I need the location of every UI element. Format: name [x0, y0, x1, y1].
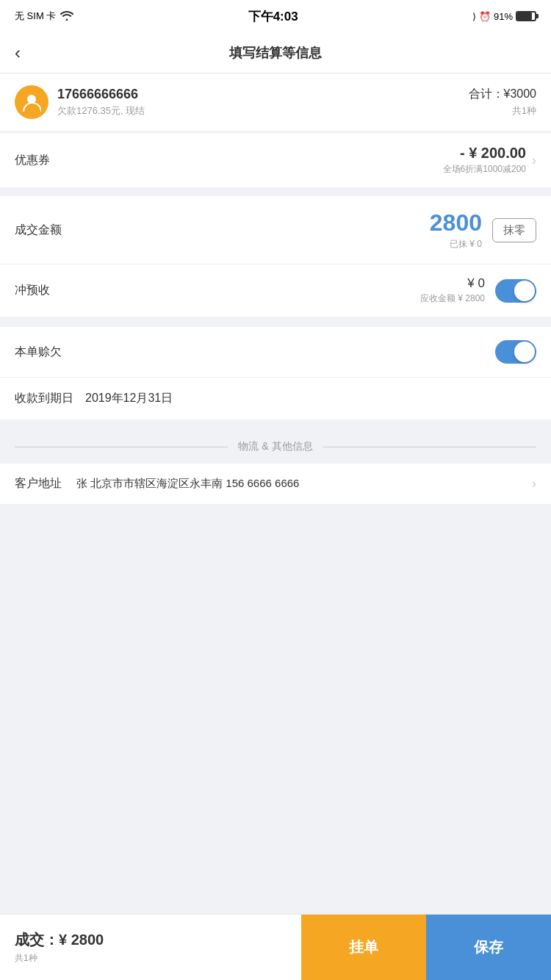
bottom-deal-label: 成交：: [15, 932, 59, 948]
bottom-deal-amount: 成交：¥ 2800: [15, 930, 287, 950]
coupon-amount: - ¥ 200.00 全场6折满1000减200: [443, 145, 526, 176]
due-date-label: 收款到期日: [15, 391, 73, 406]
address-value: 张 北京市市辖区海淀区永丰南 156 6666 6666: [76, 475, 526, 492]
amount-right: 2800 已抹 ¥ 0 抹零: [430, 209, 536, 251]
avatar: [15, 85, 48, 119]
nav-bar: ‹ 填写结算等信息: [0, 32, 551, 73]
coupon-row[interactable]: 优惠券 - ¥ 200.00 全场6折满1000减200 ›: [0, 132, 551, 187]
no-sim-text: 无 SIM 卡: [15, 10, 56, 23]
customer-phone: 17666666666: [57, 87, 145, 102]
bottom-spacer: [0, 504, 551, 592]
due-date-row: 收款到期日 2019年12月31日: [0, 377, 551, 419]
page-title: 填写结算等信息: [229, 44, 322, 62]
logistics-line-left: [15, 447, 228, 447]
debt-section: 本单赊欠 收款到期日 2019年12月31日: [0, 327, 551, 419]
deal-sub: 已抹 ¥ 0: [430, 238, 482, 251]
toggle-knob: [514, 281, 535, 301]
coupon-right: - ¥ 200.00 全场6折满1000减200 ›: [443, 145, 536, 176]
deal-label: 成交金额: [15, 223, 62, 238]
round-button[interactable]: 抹零: [492, 218, 536, 242]
prepay-right: ¥ 0 应收金额 ¥ 2800: [420, 276, 536, 305]
prepay-label: 冲预收: [15, 283, 50, 298]
due-date-value: 2019年12月31日: [85, 391, 173, 406]
debt-label: 本单赊欠: [15, 345, 62, 360]
coupon-label: 优惠券: [15, 153, 50, 168]
customer-left: 17666666666 欠款1276.35元, 现结: [15, 85, 145, 119]
prepay-value-block: ¥ 0 应收金额 ¥ 2800: [420, 276, 485, 305]
address-row[interactable]: 客户地址 张 北京市市辖区海淀区永丰南 156 6666 6666 ›: [0, 464, 551, 504]
section-divider-2: [0, 318, 551, 327]
logistics-header: 物流 & 其他信息: [0, 430, 551, 464]
debt-row: 本单赊欠: [0, 327, 551, 377]
customer-info: 17666666666 欠款1276.35元, 现结: [57, 87, 145, 118]
bottom-info: 成交：¥ 2800 共1种: [0, 930, 301, 965]
status-right: ⟩ ⏰ 91%: [472, 11, 536, 22]
coupon-main-amount: - ¥ 200.00: [443, 145, 526, 162]
deal-value-block: 2800 已抹 ¥ 0: [430, 209, 482, 251]
prepay-amount: ¥ 0: [420, 276, 485, 291]
item-count: 共1种: [469, 104, 537, 118]
deal-value: 2800: [430, 209, 482, 237]
wifi-icon: [60, 10, 73, 23]
address-chevron-icon: ›: [532, 476, 536, 491]
coupon-sub-amount: 全场6折满1000减200: [443, 163, 526, 176]
pending-button[interactable]: 挂单: [301, 915, 426, 981]
customer-sub: 欠款1276.35元, 现结: [57, 104, 145, 118]
content-area: 17666666666 欠款1276.35元, 现结 合计：¥3000 共1种 …: [0, 73, 551, 658]
logistics-text: 物流 & 其他信息: [238, 440, 312, 453]
battery-percent: 91%: [494, 11, 513, 22]
back-button[interactable]: ‹: [15, 43, 44, 63]
deal-section: 成交金额 2800 已抹 ¥ 0 抹零 冲预收 ¥ 0 应收金额 ¥ 2800: [0, 196, 551, 317]
status-time: 下午4:03: [248, 8, 298, 25]
prepay-row: 冲预收 ¥ 0 应收金额 ¥ 2800: [0, 264, 551, 317]
section-divider-1: [0, 187, 551, 196]
prepay-toggle[interactable]: [495, 279, 536, 303]
logistics-line-right: [323, 447, 536, 447]
status-left: 无 SIM 卡: [15, 10, 73, 23]
prepay-sub: 应收金额 ¥ 2800: [420, 292, 485, 305]
bottom-count: 共1种: [15, 952, 287, 965]
total-amount: 合计：¥3000: [469, 87, 537, 102]
amount-row: 成交金额 2800 已抹 ¥ 0 抹零: [0, 196, 551, 264]
location-icon: ⟩: [472, 11, 476, 22]
customer-total: 合计：¥3000 共1种: [469, 87, 537, 118]
address-label: 客户地址: [15, 476, 62, 491]
chevron-right-icon: ›: [532, 153, 536, 168]
alarm-icon: ⏰: [479, 11, 491, 22]
bottom-deal-value: ¥ 2800: [59, 932, 104, 948]
customer-card: 17666666666 欠款1276.35元, 现结 合计：¥3000 共1种: [0, 73, 551, 131]
debt-toggle[interactable]: [495, 340, 536, 364]
debt-toggle-knob: [514, 342, 535, 362]
save-button[interactable]: 保存: [426, 915, 551, 981]
section-divider-3: [0, 421, 551, 430]
bottom-bar: 成交：¥ 2800 共1种 挂单 保存: [0, 914, 551, 980]
battery-icon: [516, 11, 536, 21]
status-bar: 无 SIM 卡 下午4:03 ⟩ ⏰ 91%: [0, 0, 551, 32]
